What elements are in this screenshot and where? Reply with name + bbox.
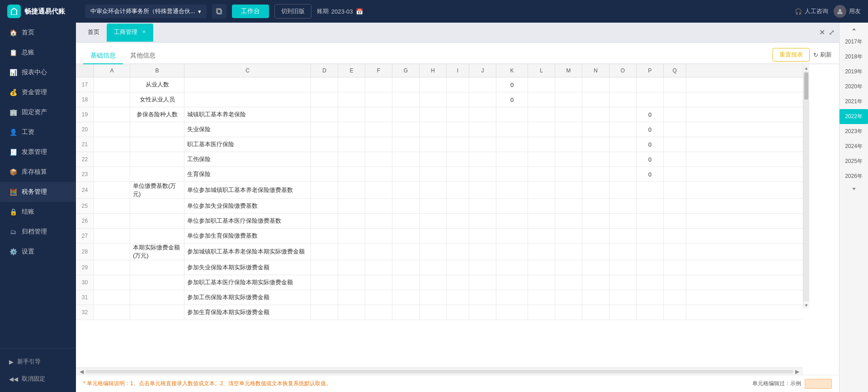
cell-26-i[interactable] [447,214,469,228]
cell-22-g[interactable] [392,152,420,167]
v-scroll-up[interactable]: ▲ [803,64,809,72]
cell-19-k[interactable] [496,107,528,122]
cell-29-d[interactable] [311,260,338,275]
cell-23-i[interactable] [447,167,469,182]
cell-26-c[interactable]: 单位参加职工基本医疗保险缴费基数 [184,214,311,228]
cell-18-l[interactable] [528,92,555,107]
cell-17-f[interactable] [365,77,392,92]
cell-32-k[interactable] [496,305,528,320]
cell-24-j[interactable] [469,182,496,198]
cell-19-e[interactable] [338,107,365,122]
cell-32-f[interactable] [365,305,392,320]
cell-20-c[interactable]: 失业保险 [184,122,311,137]
cell-20-f[interactable] [365,122,392,137]
cell-31-b[interactable] [130,290,184,305]
tab-close-button[interactable]: ✕ [819,28,825,37]
cell-24-o[interactable] [609,182,637,198]
cell-25-e[interactable] [338,199,365,213]
cell-29-m[interactable] [555,260,582,275]
cell-21-f[interactable] [365,137,392,152]
cell-21-a[interactable] [94,137,130,152]
cell-26-o[interactable] [609,214,637,228]
cell-27-q[interactable] [664,229,686,243]
cell-29-o[interactable] [609,260,637,275]
cell-28-b[interactable]: 本期实际缴费金额(万元) [130,244,184,260]
cell-17-j[interactable] [469,77,496,92]
cell-21-n[interactable] [582,137,609,152]
cell-24-p[interactable] [637,182,664,198]
cell-18-b[interactable]: 女性从业人员 [130,92,184,107]
cell-18-c[interactable] [184,92,311,107]
cell-22-o[interactable] [609,152,637,167]
cell-24-k[interactable] [496,182,528,198]
cell-18-a[interactable] [94,92,130,107]
cell-29-l[interactable] [528,260,555,275]
cell-18-p[interactable] [637,92,664,107]
cell-24-d[interactable] [311,182,338,198]
cell-23-j[interactable] [469,167,496,182]
cell-26-q[interactable] [664,214,686,228]
cell-30-o[interactable] [609,275,637,290]
cell-28-j[interactable] [469,244,496,260]
cell-32-m[interactable] [555,305,582,320]
cell-19-h[interactable] [420,107,447,122]
cell-27-h[interactable] [420,229,447,243]
cell-20-m[interactable] [555,122,582,137]
cell-22-l[interactable] [528,152,555,167]
cell-21-d[interactable] [311,137,338,152]
cell-30-l[interactable] [528,275,555,290]
cell-32-c[interactable]: 参加生育保险本期实际缴费金额 [184,305,311,320]
cell-29-h[interactable] [420,260,447,275]
cell-21-h[interactable] [420,137,447,152]
sidebar-item-tax[interactable]: 🧮 税务管理 [0,182,76,202]
cell-27-f[interactable] [365,229,392,243]
cell-23-h[interactable] [420,167,447,182]
cell-26-b[interactable] [130,214,184,228]
cell-31-n[interactable] [582,290,609,305]
cell-19-a[interactable] [94,107,130,122]
cell-32-e[interactable] [338,305,365,320]
cell-19-q[interactable] [664,107,686,122]
cell-27-k[interactable] [496,229,528,243]
sidebar-item-home[interactable]: 🏠 首页 [0,23,76,43]
cell-27-n[interactable] [582,229,609,243]
cell-27-g[interactable] [392,229,420,243]
year-item-2020[interactable]: 2020年 [840,79,868,94]
cell-17-o[interactable] [609,77,637,92]
cell-32-q[interactable] [664,305,686,320]
cell-25-k[interactable] [496,199,528,213]
cell-24-h[interactable] [420,182,447,198]
refresh-button[interactable]: ↻ 刷新 [813,51,832,59]
cell-26-g[interactable] [392,214,420,228]
cell-23-m[interactable] [555,167,582,182]
cell-20-h[interactable] [420,122,447,137]
cell-28-i[interactable] [447,244,469,260]
cell-29-p[interactable] [637,260,664,275]
tab-home[interactable]: 首页 [80,24,107,42]
cell-30-e[interactable] [338,275,365,290]
year-nav-down[interactable] [840,184,868,194]
cell-32-i[interactable] [447,305,469,320]
cell-21-q[interactable] [664,137,686,152]
cell-20-a[interactable] [94,122,130,137]
v-scroll-track[interactable] [803,72,809,301]
cell-25-c[interactable]: 单位参加失业保险缴费基数 [184,199,311,213]
cell-17-l[interactable] [528,77,555,92]
cell-22-h[interactable] [420,152,447,167]
cell-28-k[interactable] [496,244,528,260]
cell-20-e[interactable] [338,122,365,137]
sidebar-item-assets[interactable]: 🏢 固定资产 [0,102,76,122]
cell-22-j[interactable] [469,152,496,167]
cell-22-m[interactable] [555,152,582,167]
cell-27-b[interactable] [130,229,184,243]
cell-25-n[interactable] [582,199,609,213]
sidebar-item-guide[interactable]: ▶ 新手引导 [0,353,76,370]
cell-17-b[interactable]: 从业人数 [130,77,184,92]
cell-28-g[interactable] [392,244,420,260]
cell-25-b[interactable] [130,199,184,213]
cell-29-j[interactable] [469,260,496,275]
user-area[interactable]: 用友 [834,5,861,18]
cell-32-o[interactable] [609,305,637,320]
cell-24-n[interactable] [582,182,609,198]
cell-21-m[interactable] [555,137,582,152]
